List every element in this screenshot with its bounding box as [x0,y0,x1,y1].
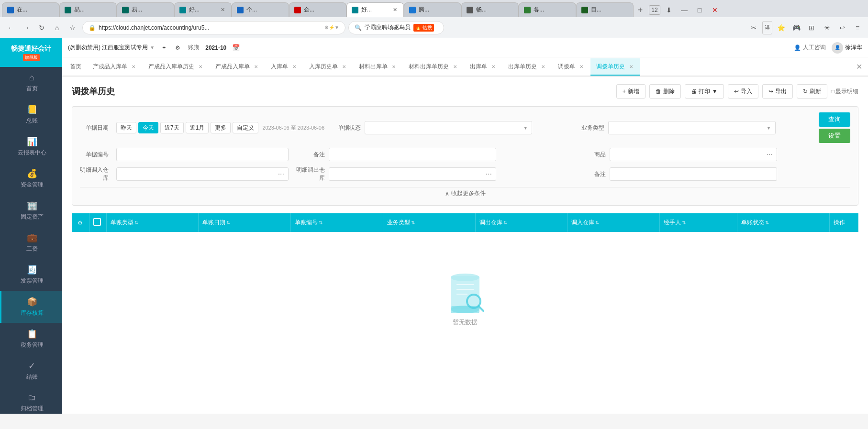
th-check[interactable] [89,213,106,232]
browser-tab-2[interactable]: 易... [59,2,117,17]
home-button[interactable]: ⌂ [50,21,64,35]
minimize-icon[interactable]: — [678,3,691,17]
tab-count-btn[interactable]: 12 [649,5,660,15]
search-box[interactable]: 🔍 学霸应聘场驱鸟员 🔥 热搜 [348,21,444,34]
date-btn-more[interactable]: 更多 [211,122,231,133]
page-tab-mat-out-close[interactable]: ✕ [390,63,397,70]
in-warehouse-sort[interactable]: 调入仓库 ⇅ [571,219,656,227]
address-input-box[interactable]: 🔒 https://cloud.chanjet.com/accounting/u… [82,21,345,34]
page-tab-home[interactable]: 首页 [64,58,87,76]
page-tab-mat-out-hist-close[interactable]: ✕ [452,63,458,70]
reload-button[interactable]: ↻ [34,21,49,35]
user-info[interactable]: 👤 徐泽华 [832,42,862,54]
date-btn-today[interactable]: 今天 [138,122,158,133]
sidebar-item-report[interactable]: 📊 云报表中心 [0,131,62,163]
page-tab-in-order-close[interactable]: ✕ [291,63,298,70]
close-all-icon[interactable]: ✕ [856,62,862,71]
download-icon[interactable]: ⬇ [662,3,676,17]
date-btn-1month[interactable]: 近1月 [186,122,209,133]
sidebar-item-closing[interactable]: ✓ 结账 [0,355,62,387]
sidebar-item-inventory[interactable]: 📦 库存核算 [0,291,62,323]
refresh-button[interactable]: ↻ 刷新 [797,84,827,99]
sidebar-item-home[interactable]: ⌂ 首页 [0,67,62,99]
company-selector[interactable]: (勿删勿禁用) 江西服宝测试专用 ▼ [68,44,155,52]
back-button[interactable]: ← [4,21,18,35]
page-tab-prod-in2-close[interactable]: ✕ [253,63,259,70]
star-icon[interactable]: ⭐ [774,21,788,34]
add-company-button[interactable]: + [160,41,167,55]
print-button[interactable]: 🖨 打印 ▼ [685,84,724,99]
page-tab-out-order-hist[interactable]: 出库单历史 ✕ [502,58,552,76]
sidebar-item-salary[interactable]: 💼 工资 [0,227,62,259]
undo-icon[interactable]: ↩ [835,21,849,34]
browser-tab-5[interactable]: 个... [232,2,289,17]
gamepad-icon[interactable]: 🎮 [790,21,803,34]
biz-type-sort[interactable]: 业务类型 ⇅ [387,219,471,227]
sidebar-item-ledger[interactable]: 📒 总账 [0,99,62,131]
display-columns-button[interactable]: □ 显示明细 [831,88,858,96]
page-tab-mat-out[interactable]: 材料出库单 ✕ [353,58,403,76]
browser-tab-4[interactable]: 好... ✕ [174,2,232,17]
page-tab-out-order-close[interactable]: ✕ [490,63,497,70]
sidebar-item-tax[interactable]: 📋 税务管理 [0,323,62,355]
remark-input[interactable] [329,148,496,161]
gear-icon[interactable]: ⚙ [78,220,83,226]
page-tab-prod-in-hist-close[interactable]: ✕ [197,63,204,70]
query-button[interactable]: 查询 [819,112,850,127]
browser-tab-9[interactable]: 畅... [461,2,519,17]
page-tab-out-order-hist-close[interactable]: ✕ [540,63,546,70]
filter-settings-button[interactable]: 设置 [819,129,850,143]
browser-tab-6[interactable]: 企... [289,2,346,17]
maximize-icon[interactable]: □ [693,3,706,17]
page-tab-transfer-hist-close[interactable]: ✕ [628,63,634,70]
page-tab-transfer-close[interactable]: ✕ [578,63,585,70]
sidebar-item-capital[interactable]: 💰 资金管理 [0,163,62,195]
sidebar-item-assets[interactable]: 🏢 固定资产 [0,195,62,227]
new-button[interactable]: + 新增 [616,84,645,99]
forward-button[interactable]: → [19,21,33,35]
date-btn-7days[interactable]: 近7天 [160,122,184,133]
remark2-input[interactable] [610,167,777,181]
detail-out-filter-select[interactable]: ··· [329,167,496,181]
new-tab-button[interactable]: + [634,3,647,17]
grid-icon[interactable]: ⊞ [805,21,818,34]
close-icon[interactable]: ✕ [708,3,722,17]
menu-icon[interactable]: ≡ [851,21,864,34]
goods-select-dots-icon[interactable]: ··· [767,150,773,159]
tab-close-7[interactable]: ✕ [391,6,399,14]
browser-tab-7[interactable]: 好... ✕ [346,2,404,17]
page-tab-prod-in[interactable]: 产成品入库单 ✕ [87,58,143,76]
export-button[interactable]: ↪ 导出 [762,84,793,99]
brightness-icon[interactable]: ☀ [820,21,834,34]
sidebar-item-invoice[interactable]: 🧾 发票管理 [0,259,62,291]
browser-tab-10[interactable]: 各... [519,2,576,17]
page-tab-transfer-hist[interactable]: 调拨单历史 ✕ [590,58,640,76]
page-tab-out-order[interactable]: 出库单 ✕ [464,58,502,76]
browser-tab-3[interactable]: 易... [117,2,174,17]
collapse-filter-button[interactable]: ∧ 收起更多条件 [80,187,850,199]
out-warehouse-sort[interactable]: 调出仓库 ⇅ [479,219,564,227]
page-tab-prod-in2[interactable]: 产成品入库单 ✕ [210,58,265,76]
page-tab-mat-out-hist[interactable]: 材料出库单历史 ✕ [403,58,464,76]
browser-tab-1[interactable]: 在... [2,2,59,17]
bookmark-button[interactable]: ☆ [65,21,79,35]
page-tab-prod-in-close[interactable]: ✕ [130,63,137,70]
detail-in-dots-icon[interactable]: ··· [278,170,284,178]
goods-filter-select[interactable]: ··· [610,148,777,161]
calendar-icon[interactable]: 📅 [232,44,240,51]
scissors-icon[interactable]: ✂ [747,21,760,34]
sidebar-logo[interactable]: 畅捷通好会计 旗舰版 [0,38,62,67]
doc-date-sort[interactable]: 单账日期 ⇅ [202,219,287,227]
doc-num-sort[interactable]: 单账编号 ⇅ [295,219,379,227]
company-settings-button[interactable]: ⚙ [173,41,182,55]
biz-type-filter-select[interactable]: ▼ [608,121,776,134]
page-tab-in-order-hist-close[interactable]: ✕ [341,63,347,70]
status-filter-select[interactable]: ▼ [365,121,532,134]
handler-sort[interactable]: 经手人 ⇅ [664,219,733,227]
browser-tab-11[interactable]: 目... [576,2,634,17]
page-tab-transfer[interactable]: 调拨单 ✕ [552,58,590,76]
doc-type-sort[interactable]: 单账类型 ⇅ [111,219,195,227]
translate-icon[interactable]: 译 [762,21,772,34]
import-button[interactable]: ↩ 导入 [728,84,758,99]
date-btn-custom[interactable]: 自定义 [233,122,258,133]
